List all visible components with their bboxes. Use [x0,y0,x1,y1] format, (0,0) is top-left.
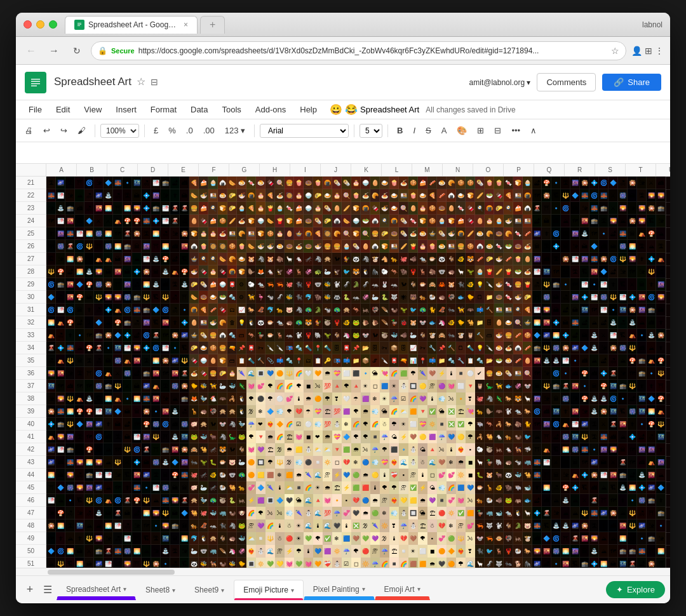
col-l: L [382,164,412,176]
tab-pixel-painting[interactable]: Pixel Painting ▾ [304,580,375,600]
menu-addons[interactable]: Add-ons [249,102,292,117]
tab-label-spreadsheet-art: Spreadsheet Art [66,585,121,594]
fill-color-button[interactable]: 🎨 [453,123,471,138]
maximize-button[interactable] [49,20,57,29]
sheets-toolbar: 🖨 ↩ ↪ 🖌 100% 75% 50% £ % .0 .00 123 ▾ Ar… [16,119,670,142]
redo-button[interactable]: ↪ [57,123,71,138]
svg-rect-21 [377,341,433,347]
comments-button[interactable]: Comments [537,73,596,91]
tab-close-icon[interactable]: × [184,20,188,29]
more-toolbar[interactable]: ••• [508,123,524,138]
col-e: E [168,164,199,176]
row-num-45: 45 [16,481,46,494]
col-r: R [565,164,595,176]
all-sheets-button[interactable]: ☰ [39,581,57,599]
decimal-increase-button[interactable]: .00 [199,123,219,138]
sheet-tabs: + ☰ Spreadsheet Art ▾ Sheet8 ▾ Sheet9 ▾ … [16,575,670,603]
browser-toolbar-right: 👤 ⊞ ⋮ [631,46,664,56]
bookmark-icon[interactable]: ☆ [611,46,619,56]
currency-button[interactable]: £ [150,123,162,138]
star-icon[interactable]: ☆ [137,76,145,88]
percent-button[interactable]: % [165,123,180,138]
text-color-button[interactable]: A [438,123,451,138]
scrollbar-thumb[interactable] [48,570,175,575]
divider3 [254,124,255,137]
menu-icon[interactable]: ⋮ [655,46,664,56]
col-n: N [443,164,473,176]
decimal-decrease-button[interactable]: .0 [182,123,197,138]
cells-area[interactable]: 🏝🌌🏝⛩🌀🏜🔷🌉🔹🌃🏖🌁🕋🏕🏙🍕🍰🧁🍙🌭🍮🍬🍮🍫🍭🍔🍿🍩🍿🍘🌯🌯🎂🍚🥚🍛🍿🍝🍪🍰… [46,177,670,568]
col-i: I [290,164,321,176]
italic-button[interactable]: I [409,123,419,138]
share-button[interactable]: 🔗 Share [602,74,661,91]
row-num-34: 34 [16,342,46,354]
user-email[interactable]: amit@labnol.org ▾ [469,78,531,87]
row-num-39: 39 [16,405,46,418]
explore-label: Explore [627,585,655,594]
explore-button[interactable]: ✦ Explore [606,581,665,598]
addon-title: Spreadsheet Art [360,105,419,114]
close-button[interactable] [24,20,32,29]
minimize-button[interactable] [36,20,44,29]
tab-label-sheet9: Sheet9 [194,586,219,594]
size-select[interactable]: 5 6 8 10 [360,124,382,138]
tab-emoji-picture[interactable]: Emoji Picture ▾ [234,580,304,600]
tab-arrow-emoji-art: ▾ [417,586,420,593]
row-num-40: 40 [16,418,46,431]
collapse-toolbar[interactable]: ∧ [527,123,541,138]
forward-button[interactable]: → [45,42,63,60]
tab-emoji-art[interactable]: Emoji Art ▾ [375,580,430,600]
menu-format[interactable]: Format [144,102,183,117]
row-num-42: 42 [16,443,46,456]
tab-label-pixel-painting: Pixel Painting [313,585,360,594]
menu-view[interactable]: View [77,102,108,117]
tab-sheet8[interactable]: Sheet8 ▾ [136,580,185,600]
folder-icon[interactable]: ⊟ [151,77,158,87]
strikethrough-button[interactable]: S [422,123,435,138]
row-num-27: 27 [16,253,46,265]
tab-spreadsheet-art[interactable]: Spreadsheet Art ▾ [57,580,136,600]
row-num-51: 51 [16,558,46,568]
add-sheet-button[interactable]: + [21,581,39,599]
col-o: O [473,164,504,176]
browser-tab-active[interactable]: Spreadsheet Art - Google She... × [65,16,198,34]
sheets-header: Spreadsheet Art ☆ ⊟ amit@labnol.org ▾ Co… [16,65,670,100]
horizontal-scrollbar[interactable] [16,568,670,575]
tab-arrow-sheet9: ▾ [221,587,224,594]
svg-rect-1 [77,23,81,23]
font-select[interactable]: Arial Times New Roman [260,124,349,138]
row-num-43: 43 [16,456,46,469]
format-more-button[interactable]: 123 ▾ [221,123,249,138]
col-d: D [138,164,168,176]
paint-format-button[interactable]: 🖌 [74,123,90,138]
reload-button[interactable]: ↻ [68,42,86,60]
profile-icon[interactable]: 👤 [631,46,642,56]
borders-button[interactable]: ⊞ [473,123,488,138]
extensions-icon[interactable]: ⊞ [645,46,652,56]
tab-sheet9[interactable]: Sheet9 ▾ [185,580,234,600]
print-button[interactable]: 🖨 [21,123,37,138]
bold-button[interactable]: B [393,123,407,138]
divider2 [144,124,145,137]
row-num-36: 36 [16,367,46,380]
undo-button[interactable]: ↩ [39,123,54,138]
back-button[interactable]: ← [22,42,40,60]
svg-point-22 [342,380,373,403]
row-num-48: 48 [16,519,46,532]
col-b: B [77,164,107,176]
col-m: M [412,164,443,176]
tab-arrow-spreadsheet-art: ▾ [123,586,126,593]
col-g: G [229,164,260,176]
menu-edit[interactable]: Edit [50,102,76,117]
row-num-37: 37 [16,380,46,392]
menu-file[interactable]: File [22,102,48,117]
address-bar[interactable]: 🔒 Secure https://docs.google.com/spreads… [91,41,626,60]
zoom-select[interactable]: 100% 75% 50% [100,124,139,138]
menu-help[interactable]: Help [293,102,323,117]
menu-insert[interactable]: Insert [109,102,143,117]
merge-button[interactable]: ⊟ [490,123,505,138]
menu-data[interactable]: Data [184,102,214,117]
col-j: J [321,164,351,176]
menu-tools[interactable]: Tools [215,102,247,117]
browser-tab-new[interactable]: + [200,16,225,34]
